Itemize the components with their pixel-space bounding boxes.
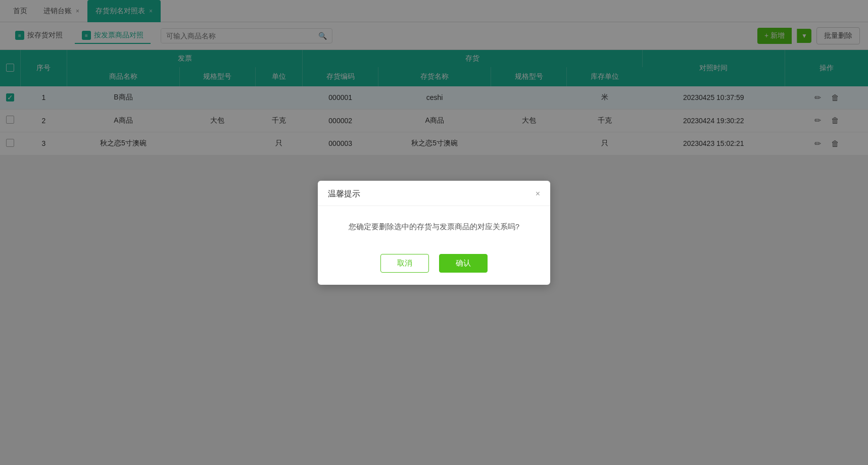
overlay: 温馨提示 × 您确定要删除选中的存货与发票商品的对应关系吗? 取消 确认 — [0, 0, 868, 156]
